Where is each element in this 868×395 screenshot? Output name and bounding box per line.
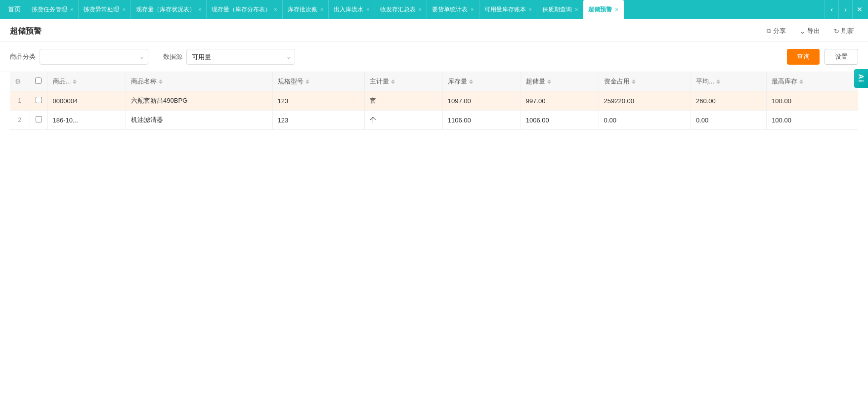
close-tab-tab3[interactable]: × bbox=[198, 6, 201, 12]
overstock: 997.00 bbox=[521, 91, 599, 111]
page-content: 超储预警 ⧉ 分享 ⇓ 导出 ↻ 刷新 商品分类 ⌄ bbox=[0, 19, 868, 395]
nav-tab-tab6[interactable]: 出入库流水× bbox=[329, 0, 375, 19]
col-spec: 规格型号 bbox=[272, 72, 364, 91]
col-unit: 主计量 bbox=[364, 72, 442, 91]
category-filter: 商品分类 ⌄ bbox=[10, 49, 148, 65]
stock: 1097.00 bbox=[442, 91, 521, 111]
nav-tab-tab2[interactable]: 拣货异常处理× bbox=[79, 0, 130, 19]
nav-arrows: ‹ › ✕ bbox=[825, 0, 866, 19]
col-product-name-sorter[interactable]: 商品名称 bbox=[131, 77, 163, 86]
table-row: 1 0000004 六配套新昌490BPG 123 套 1097.00 997.… bbox=[10, 91, 858, 111]
sort-unit-icon bbox=[391, 79, 395, 84]
sort-avg-icon bbox=[716, 79, 720, 84]
data-table: ⚙ 商品... bbox=[10, 72, 858, 130]
share-button[interactable]: ⧉ 分享 bbox=[763, 25, 790, 38]
top-nav: 首页 拣货任务管理×拣货异常处理×现存量（库存状况表）×现存量（库存分布表）×库… bbox=[0, 0, 868, 19]
row-checkbox-cell bbox=[30, 91, 47, 111]
col-overstock-sorter[interactable]: 超储量 bbox=[526, 77, 551, 86]
close-tab-tab6[interactable]: × bbox=[366, 6, 369, 12]
close-tab-tab7[interactable]: × bbox=[419, 6, 422, 12]
nav-tab-tab7[interactable]: 收发存汇总表× bbox=[375, 0, 427, 19]
col-product-code-sorter[interactable]: 商品... bbox=[53, 77, 77, 86]
filter-area: 商品分类 ⌄ 数据源 可用量 ⌄ 查询 设置 bbox=[0, 42, 868, 72]
nav-home[interactable]: 首页 bbox=[2, 5, 27, 14]
export-icon: ⇓ bbox=[800, 28, 805, 35]
col-settings: ⚙ bbox=[10, 72, 30, 91]
close-tab-tab4[interactable]: × bbox=[274, 6, 277, 12]
col-capital: 资金占用 bbox=[599, 72, 691, 91]
product-code: 0000004 bbox=[47, 91, 126, 111]
col-stock-sorter[interactable]: 库存量 bbox=[448, 77, 473, 86]
col-product-code: 商品... bbox=[47, 72, 126, 91]
page-header: 超储预警 ⧉ 分享 ⇓ 导出 ↻ 刷新 bbox=[0, 19, 868, 42]
datasource-label: 数据源 bbox=[163, 52, 182, 61]
unit: 套 bbox=[364, 91, 442, 111]
col-maxstock: 最高库存 bbox=[767, 72, 858, 91]
nav-tab-tab9[interactable]: 可用量库存账本× bbox=[479, 0, 537, 19]
refresh-icon: ↻ bbox=[834, 28, 839, 35]
nav-tab-tab4[interactable]: 现存量（库存分布表）× bbox=[207, 0, 282, 19]
nav-tabs-container: 拣货任务管理×拣货异常处理×现存量（库存状况表）×现存量（库存分布表）×库存批次… bbox=[27, 0, 624, 19]
col-product-name: 商品名称 bbox=[126, 72, 272, 91]
export-label: 导出 bbox=[807, 27, 820, 36]
nav-tab-tab11[interactable]: 超储预警× bbox=[583, 0, 623, 19]
query-button[interactable]: 查询 bbox=[787, 49, 820, 65]
select-all-checkbox[interactable] bbox=[35, 78, 42, 84]
close-tab-tab5[interactable]: × bbox=[320, 6, 323, 12]
close-tab-tab11[interactable]: × bbox=[615, 6, 618, 12]
table-header-row: ⚙ 商品... bbox=[10, 72, 858, 91]
avg-cost: 260.00 bbox=[691, 91, 766, 111]
refresh-label: 刷新 bbox=[841, 27, 854, 36]
col-checkbox bbox=[30, 72, 47, 91]
close-tab-tab2[interactable]: × bbox=[122, 6, 125, 12]
sort-product-code-icon bbox=[73, 79, 77, 84]
col-spec-sorter[interactable]: 规格型号 bbox=[278, 77, 309, 86]
capital-occupancy: 259220.00 bbox=[599, 91, 691, 111]
table-container: ⚙ 商品... bbox=[0, 72, 868, 130]
close-tab-tab1[interactable]: × bbox=[70, 6, 73, 12]
close-tab-tab9[interactable]: × bbox=[529, 6, 532, 12]
col-capital-sorter[interactable]: 资金占用 bbox=[604, 77, 636, 86]
col-maxstock-sorter[interactable]: 最高库存 bbox=[772, 77, 803, 86]
row-num: 1 bbox=[10, 91, 30, 111]
col-unit-sorter[interactable]: 主计量 bbox=[370, 77, 395, 86]
nav-arrow-right[interactable]: › bbox=[838, 0, 852, 19]
nav-tab-tab5[interactable]: 库存批次账× bbox=[283, 0, 329, 19]
settings-icon[interactable]: ⚙ bbox=[15, 78, 21, 85]
sort-stock-icon bbox=[469, 79, 473, 84]
header-actions: ⧉ 分享 ⇓ 导出 ↻ 刷新 bbox=[763, 25, 858, 38]
share-label: 分享 bbox=[773, 27, 786, 36]
category-select[interactable] bbox=[40, 49, 148, 65]
export-button[interactable]: ⇓ 导出 bbox=[796, 25, 824, 38]
nav-tab-tab1[interactable]: 拣货任务管理× bbox=[27, 0, 79, 19]
unit: 个 bbox=[364, 111, 442, 130]
close-tab-tab8[interactable]: × bbox=[471, 6, 474, 12]
sort-capital-icon bbox=[632, 79, 636, 84]
datasource-select[interactable]: 可用量 bbox=[186, 49, 295, 65]
nav-arrow-close[interactable]: ✕ bbox=[852, 0, 866, 19]
datasource-filter: 数据源 可用量 ⌄ bbox=[163, 49, 295, 65]
row-checkbox[interactable] bbox=[36, 116, 42, 122]
close-tab-tab10[interactable]: × bbox=[575, 6, 578, 12]
settings-button[interactable]: 设置 bbox=[825, 49, 858, 65]
nav-tab-tab3[interactable]: 现存量（库存状况表）× bbox=[131, 0, 207, 19]
spec: 123 bbox=[272, 111, 364, 130]
row-checkbox[interactable] bbox=[36, 97, 42, 103]
col-stock: 库存量 bbox=[442, 72, 521, 91]
capital-occupancy: 0.00 bbox=[599, 111, 691, 130]
product-code: 186-10... bbox=[47, 111, 126, 130]
sort-spec-icon bbox=[305, 79, 309, 84]
filter-buttons: 查询 设置 bbox=[787, 49, 858, 65]
col-avg-sorter[interactable]: 平均... bbox=[696, 77, 720, 86]
ai-badge[interactable]: Ai bbox=[854, 69, 868, 88]
product-name: 六配套新昌490BPG bbox=[126, 91, 272, 111]
avg-cost: 0.00 bbox=[691, 111, 766, 130]
refresh-button[interactable]: ↻ 刷新 bbox=[830, 25, 858, 38]
nav-tab-tab8[interactable]: 要货单统计表× bbox=[427, 0, 479, 19]
page-title: 超储预警 bbox=[10, 26, 42, 37]
row-checkbox-cell bbox=[30, 111, 47, 130]
nav-tab-tab10[interactable]: 保质期查询× bbox=[537, 0, 583, 19]
nav-arrow-left[interactable]: ‹ bbox=[825, 0, 838, 19]
spec: 123 bbox=[272, 91, 364, 111]
max-stock: 100.00 bbox=[767, 111, 858, 130]
